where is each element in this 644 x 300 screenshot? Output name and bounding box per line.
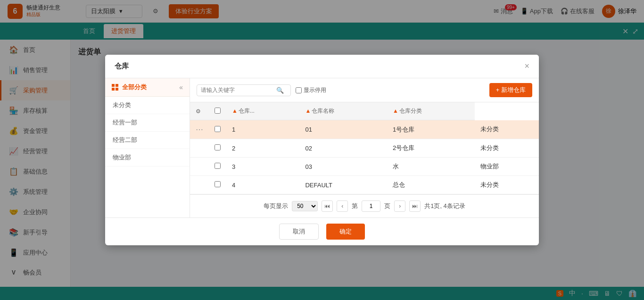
row-category: 未分类 [475,120,539,139]
row-checkbox[interactable] [215,181,221,187]
modal-header: 仓库 × [105,55,539,78]
row-code: 03 [299,158,387,176]
row-name: 1号仓库 [387,120,475,139]
row-name: 水 [387,158,475,176]
row-settings [190,139,209,158]
select-all-checkbox[interactable] [215,108,221,114]
next-page-button[interactable]: › [394,200,405,212]
row-checkbox[interactable] [215,126,221,132]
show-disabled-label: 显示停用 [304,86,326,94]
row-name: 2号仓库 [387,139,475,158]
modal-title: 仓库 [115,62,129,71]
search-icon[interactable]: 🔍 [276,87,284,94]
per-page-label: 每页显示 [264,202,288,210]
row-checkbox[interactable] [215,144,221,150]
search-input[interactable] [201,87,276,93]
prev-page-button[interactable]: ‹ [337,200,348,212]
table-row[interactable]: ⋯ 1 01 1号仓库 未分类 [190,120,539,139]
col-checkbox [209,102,226,120]
row-index: 2 [226,139,299,158]
page-suffix: 页 [384,202,390,210]
col-name: ▲仓库名称 [299,102,387,120]
settings-col-icon: ⚙ [196,108,201,115]
pagination-bar: 每页显示 50 100 200 ⏮ ‹ 第 页 › ⏭ 共1页, 4条记录 [190,194,539,217]
col-settings: ⚙ [190,102,209,120]
table-header-row: ⚙ ▲仓库... ▲仓库名称 ▲仓库分类 [190,102,539,120]
confirm-button[interactable]: 确定 [326,224,365,240]
data-table: ⚙ ▲仓库... ▲仓库名称 ▲仓库分类 ⋯ 1 01 [190,102,539,194]
category-header[interactable]: 全部分类 « [105,78,190,97]
total-records: 共1页, 4条记录 [424,202,465,210]
search-box: 🔍 [197,84,291,96]
row-name: 总仓 [387,176,475,194]
table-row[interactable]: 4 DEFAULT 总仓 未分类 [190,176,539,194]
row-index: 4 [226,176,299,194]
row-action-icon[interactable]: ⋯ [196,125,203,133]
add-warehouse-button[interactable]: + 新增仓库 [489,83,532,97]
table-toolbar: 🔍 显示停用 + 新增仓库 [190,78,539,102]
row-check [209,120,226,139]
row-checkbox[interactable] [215,163,221,169]
grid-icon [112,84,118,91]
modal-footer: 取消 确定 [105,217,539,245]
row-code: DEFAULT [299,176,387,194]
row-check [209,176,226,194]
row-category: 物业部 [475,158,539,176]
show-disabled-input[interactable] [296,87,302,93]
category-item-unclassified[interactable]: 未分类 [105,97,190,114]
row-category: 未分类 [475,176,539,194]
row-check [209,139,226,158]
all-categories-label: 全部分类 [112,83,147,92]
row-index: 3 [226,158,299,176]
row-category: 未分类 [475,139,539,158]
modal-close-button[interactable]: × [524,61,529,71]
first-page-button[interactable]: ⏮ [322,200,333,212]
col-code: ▲仓库... [226,102,299,120]
cancel-button[interactable]: 取消 [279,224,319,240]
category-item-dept1[interactable]: 经营一部 [105,114,190,132]
table-panel: 🔍 显示停用 + 新增仓库 ⚙ ▲仓库... ▲仓库名称 [190,78,539,217]
per-page-select[interactable]: 50 100 200 [292,201,318,211]
row-code: 02 [299,139,387,158]
row-index: 1 [226,120,299,139]
table-row[interactable]: 3 03 水 物业部 [190,158,539,176]
category-panel: 全部分类 « 未分类 经营一部 经营二部 物业部 [105,78,190,217]
row-settings [190,176,209,194]
col-category: ▲仓库分类 [387,102,475,120]
category-item-dept2[interactable]: 经营二部 [105,132,190,149]
warehouse-table: ⚙ ▲仓库... ▲仓库名称 ▲仓库分类 ⋯ 1 01 [190,102,539,194]
row-code: 01 [299,120,387,139]
page-number-input[interactable] [362,200,380,212]
row-settings: ⋯ [190,120,209,139]
row-check [209,158,226,176]
row-settings [190,158,209,176]
category-item-property[interactable]: 物业部 [105,149,190,167]
page-label: 第 [352,202,358,210]
modal-body: 全部分类 « 未分类 经营一部 经营二部 物业部 🔍 显示停用 + 新增仓库 [105,78,539,217]
table-row[interactable]: 2 02 2号仓库 未分类 [190,139,539,158]
show-disabled-checkbox[interactable]: 显示停用 [296,86,326,94]
last-page-button[interactable]: ⏭ [409,200,421,212]
collapse-category-button[interactable]: « [179,83,183,91]
warehouse-modal: 仓库 × 全部分类 « 未分类 经营一部 经营二部 物业部 [105,55,539,245]
